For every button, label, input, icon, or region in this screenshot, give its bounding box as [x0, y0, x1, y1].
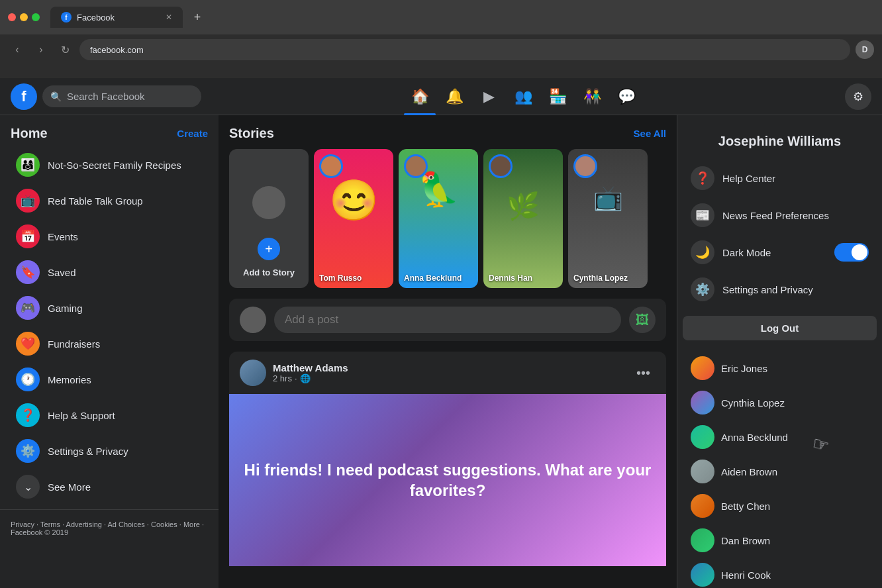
- friend-item-henri-cook[interactable]: Henri Cook: [683, 558, 877, 588]
- maximize-window-button[interactable]: [32, 13, 40, 21]
- minimize-window-button[interactable]: [20, 13, 28, 21]
- nav-home-button[interactable]: 🏠: [404, 81, 436, 113]
- friend-name-cynthia: Cynthia Lopez: [721, 397, 785, 409]
- see-all-button[interactable]: See All: [634, 128, 666, 139]
- browser-chrome: f Facebook ✕ + ‹ › ↻ D: [0, 0, 882, 78]
- story-avatar-tom: [319, 154, 343, 178]
- sidebar-icon-fundraisers: ❤️: [16, 332, 40, 356]
- friend-item-aiden-brown[interactable]: Aiden Brown: [683, 454, 877, 489]
- sidebar-icon-events: 📅: [16, 224, 40, 248]
- post-composer: 🖼: [229, 299, 666, 341]
- browser-title-bar: f Facebook ✕ +: [0, 0, 882, 34]
- tab-close-button[interactable]: ✕: [166, 13, 172, 22]
- story-card-tom-russo[interactable]: 😊 Tom Russo: [314, 149, 393, 288]
- friend-name-eric: Eric Jones: [721, 363, 767, 374]
- nav-notifications-button[interactable]: 🔔: [438, 81, 470, 113]
- sidebar-label-red-table: Red Table Talk Group: [48, 195, 143, 207]
- dropdown-item-help-center[interactable]: ❓ Help Center: [683, 160, 877, 197]
- nav-watch-button[interactable]: ▶: [473, 81, 505, 113]
- story-card-cynthia[interactable]: 📺 Cynthia Lopez: [568, 149, 648, 288]
- sidebar-label-help: Help & Support: [48, 410, 115, 421]
- facebook-logo[interactable]: f: [11, 83, 37, 110]
- friend-name-aiden: Aiden Brown: [721, 466, 777, 477]
- close-window-button[interactable]: [8, 13, 16, 21]
- facebook-right-panel: 👨‍👩‍👧‍👦 🌲 Josephine Williams ❓ Help Cent…: [677, 115, 882, 588]
- dropdown-item-settings-privacy[interactable]: ⚙️ Settings and Privacy: [683, 271, 877, 308]
- sidebar-item-gaming[interactable]: 🎮 Gaming: [5, 291, 213, 325]
- facebook-main-content: Home Create 👨‍👩‍👧 Not-So-Secret Family R…: [0, 115, 882, 588]
- dark-mode-label: Dark Mode: [722, 247, 771, 258]
- settings-button[interactable]: ⚙: [845, 83, 871, 110]
- sidebar-icon-family-recipes: 👨‍👩‍👧: [16, 153, 40, 177]
- sidebar-icon-gaming: 🎮: [16, 296, 40, 320]
- traffic-lights: [8, 13, 40, 21]
- search-bar[interactable]: 🔍 Search Facebook: [42, 85, 201, 107]
- dropdown-item-dark-mode[interactable]: 🌙 Dark Mode: [683, 234, 877, 271]
- add-story-plus-icon: +: [256, 236, 282, 262]
- facebook-feed: Stories See All + Add to Story: [219, 115, 677, 588]
- friend-item-cynthia-lopez[interactable]: Cynthia Lopez: [683, 385, 877, 420]
- forward-button[interactable]: ›: [32, 40, 50, 59]
- friend-item-eric-jones[interactable]: Eric Jones: [683, 351, 877, 385]
- friend-item-dan-brown[interactable]: Dan Brown: [683, 523, 877, 558]
- sidebar-footer: Privacy · Terms · Advertising · Ad Choic…: [0, 509, 219, 547]
- post-privacy-icon: 🌐: [300, 373, 311, 383]
- sidebar-item-red-table[interactable]: 📺 Red Table Talk Group: [5, 183, 213, 218]
- tab-title: Facebook: [77, 13, 115, 23]
- sidebar-item-see-more[interactable]: ⌄ See More: [5, 469, 213, 504]
- profile-name-section: Josephine Williams: [677, 115, 882, 157]
- sidebar-item-saved[interactable]: 🔖 Saved: [5, 255, 213, 289]
- post-author-info: Matthew Adams 2 hrs · 🌐: [273, 362, 624, 383]
- back-button[interactable]: ‹: [8, 40, 26, 59]
- browser-profile-circle[interactable]: D: [856, 40, 874, 59]
- add-story-label: Add to Story: [243, 268, 295, 277]
- sidebar-item-settings[interactable]: ⚙️ Settings & Privacy: [5, 434, 213, 468]
- nav-marketplace-button[interactable]: 🏪: [542, 81, 573, 113]
- post-separator: ·: [295, 373, 297, 383]
- friend-avatar-aiden: [691, 460, 714, 483]
- sidebar-label-gaming: Gaming: [48, 303, 83, 314]
- sidebar-item-fundraisers[interactable]: ❤️ Fundraisers: [5, 326, 213, 361]
- add-photo-button[interactable]: 🖼: [629, 307, 656, 333]
- friend-avatar-henri: [691, 563, 714, 587]
- stories-section: Stories See All + Add to Story: [229, 126, 666, 288]
- search-icon: 🔍: [50, 91, 62, 102]
- sidebar-icon-red-table: 📺: [16, 189, 40, 213]
- story-add-card[interactable]: + Add to Story: [229, 149, 309, 288]
- friend-item-betty-chen[interactable]: Betty Chen: [683, 489, 877, 523]
- post-input[interactable]: [274, 307, 621, 333]
- friend-item-anna-becklund[interactable]: Anna Becklund: [683, 420, 877, 454]
- friend-name-anna-r: Anna Becklund: [721, 432, 788, 443]
- reload-button[interactable]: ↻: [56, 40, 74, 59]
- sidebar-icon-help: ❓: [16, 403, 40, 427]
- friend-avatar-cynthia: [691, 391, 714, 415]
- nav-messenger-button[interactable]: 💬: [611, 81, 642, 113]
- sidebar-create-button[interactable]: Create: [177, 128, 208, 139]
- dropdown-item-news-feed[interactable]: 📰 News Feed Preferences: [683, 197, 877, 234]
- nav-people-button[interactable]: 👥: [507, 81, 539, 113]
- story-card-dennis[interactable]: 🌿 Dennis Han: [483, 149, 563, 288]
- browser-tab[interactable]: f Facebook ✕: [50, 7, 183, 28]
- friend-name-dan: Dan Brown: [721, 535, 770, 546]
- story-avatar-cynthia: [573, 154, 597, 178]
- new-tab-button[interactable]: +: [188, 8, 207, 26]
- story-decoration-anna: 🦜: [418, 170, 459, 209]
- dark-mode-toggle[interactable]: [834, 243, 869, 262]
- address-bar[interactable]: [79, 39, 850, 60]
- footer-privacy: Privacy ·: [11, 520, 40, 528]
- story-name-dennis: Dennis Han: [489, 273, 558, 283]
- post-content-image: Hi friends! I need podcast suggestions. …: [229, 394, 666, 566]
- sidebar-item-events[interactable]: 📅 Events: [5, 219, 213, 254]
- nav-groups-button[interactable]: 👫: [576, 81, 608, 113]
- story-card-anna[interactable]: 🦜 Anna Becklund: [399, 149, 478, 288]
- post-more-options-button[interactable]: •••: [631, 363, 656, 383]
- sidebar-item-family-recipes[interactable]: 👨‍👩‍👧 Not-So-Secret Family Recipes: [5, 148, 213, 182]
- logout-button[interactable]: Log Out: [683, 316, 877, 340]
- post-author-avatar: [240, 360, 266, 386]
- sidebar-item-memories[interactable]: 🕐 Memories: [5, 362, 213, 397]
- sidebar-title: Home Create: [0, 121, 219, 146]
- sidebar-item-help[interactable]: ❓ Help & Support: [5, 398, 213, 432]
- footer-terms: Terms ·: [40, 520, 66, 528]
- sidebar-home-label: Home: [11, 126, 48, 141]
- post-meta: 2 hrs · 🌐: [273, 373, 624, 383]
